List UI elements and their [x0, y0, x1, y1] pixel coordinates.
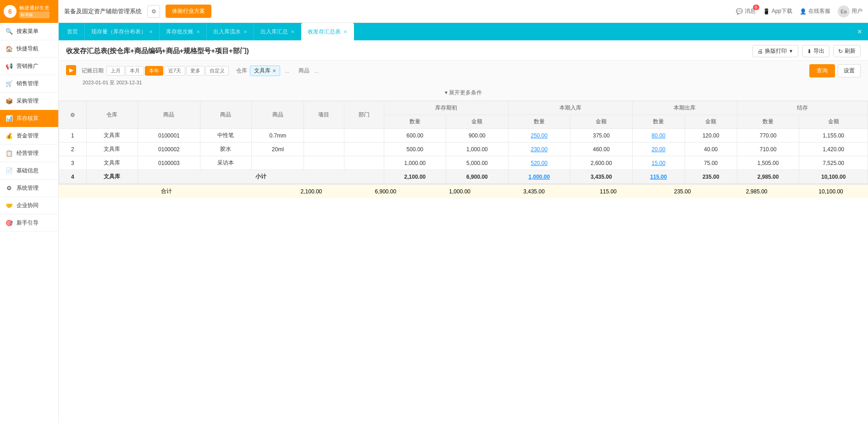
print-button[interactable]: 🖨 换版打印 ▼ [752, 45, 798, 57]
refresh-button[interactable]: ↻ 刷新 [833, 45, 861, 57]
query-button[interactable]: 查询 [809, 64, 835, 77]
date-buttons: 上月本月本年近7天更多自定义 [106, 66, 229, 76]
row-out-qty[interactable]: 15.00 [632, 156, 685, 170]
tab-close-3[interactable]: ✕ [243, 29, 247, 34]
date-filter-group: 记账日期 上月本月本年近7天更多自定义 [82, 66, 229, 76]
row-out-amt: 120.00 [685, 129, 737, 143]
sidebar-label-collab: 企业协同 [17, 202, 39, 209]
row-in-qty[interactable]: 520.00 [508, 156, 570, 170]
export-button[interactable]: ⬇ 导出 [802, 45, 829, 57]
phone-icon: 📱 [763, 8, 770, 15]
total-bal-amt: 10,100.00 [794, 188, 868, 195]
expand-down-icon: ▾ [445, 89, 448, 96]
sidebar-item-basic[interactable]: 📄基础信息 [0, 162, 58, 180]
subtotal-row: 4 文具库 小计 2,100.00 6,900.00 1,000.00 3,43… [59, 170, 868, 184]
row-bal-amt: 7,525.00 [799, 156, 868, 170]
expand-more-label: 展开更多条件 [449, 89, 482, 96]
row-in-qty[interactable]: 250.00 [508, 129, 570, 143]
tab-label-1: 现存量（库存分布表） [91, 28, 146, 36]
row-open-amt: 5,000.00 [446, 156, 508, 170]
warehouse-tag[interactable]: 文具库 ✕ [250, 66, 280, 76]
inventory-icon: 📊 [6, 115, 13, 122]
filter-toggle-button[interactable]: ▶ [66, 65, 76, 75]
row-bal-qty: 770.00 [737, 129, 799, 143]
app-download-button[interactable]: 📱 App下载 [763, 7, 792, 15]
sidebar-item-finance[interactable]: 💰资金管理 [0, 127, 58, 145]
sidebar-item-operation[interactable]: 📋经营管理 [0, 145, 58, 162]
tab-close-5[interactable]: ✕ [343, 29, 347, 34]
printer-icon: 🖨 [757, 48, 763, 55]
sidebar-item-quick[interactable]: 🏠快捷导航 [0, 40, 58, 58]
warehouse-filter-label: 仓库 [236, 67, 247, 75]
col-dept-header: 部门 [344, 101, 384, 129]
sidebar-item-marketing[interactable]: 📢营销推广 [0, 58, 58, 75]
sales-icon: 🛒 [6, 80, 13, 88]
logo-badge: 标准版 [19, 11, 50, 18]
tab-4[interactable]: 出入库汇总✕ [254, 23, 301, 40]
messages-button[interactable]: 💬 消息 6 [736, 7, 756, 15]
tab-0[interactable]: 首页 [61, 23, 85, 40]
table-footer: 合计 2,100.00 6,900.00 1,000.00 3,435.00 1… [59, 184, 868, 198]
row-in-amt: 460.00 [570, 143, 632, 156]
row-out-qty[interactable]: 20.00 [632, 143, 685, 156]
collab-icon: 🤝 [6, 202, 13, 209]
sidebar-item-guide[interactable]: 🎯新手引导 [0, 214, 58, 232]
row-open-amt: 900.00 [446, 129, 508, 143]
topbar-settings-icon[interactable]: ⚙ [147, 5, 160, 18]
date-btn-本年[interactable]: 本年 [145, 66, 163, 76]
service-icon: 👤 [800, 8, 807, 15]
tab-label-0: 首页 [67, 28, 78, 36]
tab-close-2[interactable]: ✕ [196, 29, 200, 34]
warehouse-tag-remove[interactable]: ✕ [272, 68, 276, 73]
print-label: 换版打印 [765, 47, 787, 55]
tab-1[interactable]: 现存量（库存分布表）✕ [85, 23, 160, 40]
col-in-amt-header: 金额 [570, 115, 632, 129]
filter-settings-button[interactable]: 设置 [838, 64, 861, 77]
online-service-button[interactable]: 👤 在线客服 [800, 7, 830, 15]
date-btn-近7天[interactable]: 近7天 [164, 66, 185, 76]
sidebar-menu: 🔍搜索菜单🏠快捷导航📢营销推广🛒销售管理📦采购管理📊库存核算💰资金管理📋经营管理… [0, 23, 58, 423]
table-row: 2 文具库 0100002 胶水 20ml 500.00 1,000.00 23… [59, 143, 868, 156]
row-dept [344, 156, 384, 170]
total-label: 合计 [59, 187, 274, 195]
tabs-close-all[interactable]: ✕ [853, 28, 866, 35]
row-spec [252, 156, 304, 170]
date-btn-更多[interactable]: 更多 [186, 66, 205, 76]
sidebar-item-system[interactable]: ⚙系统管理 [0, 180, 58, 197]
main-content: 收发存汇总表(按仓库+商品编码+商品+规格型号+项目+部门) 🖨 换版打印 ▼ … [59, 40, 868, 423]
col-bal-amt-header: 金额 [799, 115, 868, 129]
tab-5[interactable]: 收发存汇总表✕ [301, 23, 354, 40]
warehouse-dots[interactable]: ... [283, 68, 291, 74]
goods-filter-label: 商品 [299, 67, 310, 75]
subtotal-warehouse: 文具库 [86, 170, 138, 184]
date-btn-上月[interactable]: 上月 [106, 66, 125, 76]
col-out-qty-header: 数量 [632, 115, 685, 129]
subtotal-in-amt: 3,435.00 [570, 170, 632, 184]
row-out-qty[interactable]: 80.00 [632, 129, 685, 143]
tab-close-4[interactable]: ✕ [291, 29, 294, 34]
tab-close-1[interactable]: ✕ [149, 29, 153, 34]
total-out-amt: 235.00 [645, 188, 719, 195]
goods-dots[interactable]: ... [312, 68, 321, 74]
sidebar-item-inventory[interactable]: 📊库存核算 [0, 110, 58, 127]
row-no: 1 [59, 129, 87, 143]
sidebar-item-search[interactable]: 🔍搜索菜单 [0, 23, 58, 40]
tab-2[interactable]: 库存批次账✕ [160, 23, 207, 40]
user-button[interactable]: Ea 用户 [838, 5, 862, 17]
date-btn-自定义[interactable]: 自定义 [205, 66, 229, 76]
sidebar-label-guide: 新手引导 [17, 219, 39, 227]
sidebar-item-collab[interactable]: 🤝企业协同 [0, 197, 58, 214]
row-bal-amt: 1,420.00 [799, 143, 868, 156]
trial-button[interactable]: 体验行业方案 [166, 5, 211, 18]
sidebar-item-purchase[interactable]: 📦采购管理 [0, 93, 58, 110]
row-in-qty[interactable]: 230.00 [508, 143, 570, 156]
marketing-icon: 📢 [6, 63, 13, 70]
subtotal-bal-qty: 2,985.00 [737, 170, 799, 184]
tab-3[interactable]: 出入库流水✕ [207, 23, 254, 40]
date-btn-本月[interactable]: 本月 [126, 66, 144, 76]
expand-more-button[interactable]: ▾ 展开更多条件 [66, 89, 861, 97]
sidebar-item-sales[interactable]: 🛒销售管理 [0, 75, 58, 93]
col-settings-header[interactable]: ⚙ [59, 101, 87, 129]
subtotal-out-qty[interactable]: 115.00 [632, 170, 685, 184]
subtotal-in-qty[interactable]: 1,000.00 [508, 170, 570, 184]
